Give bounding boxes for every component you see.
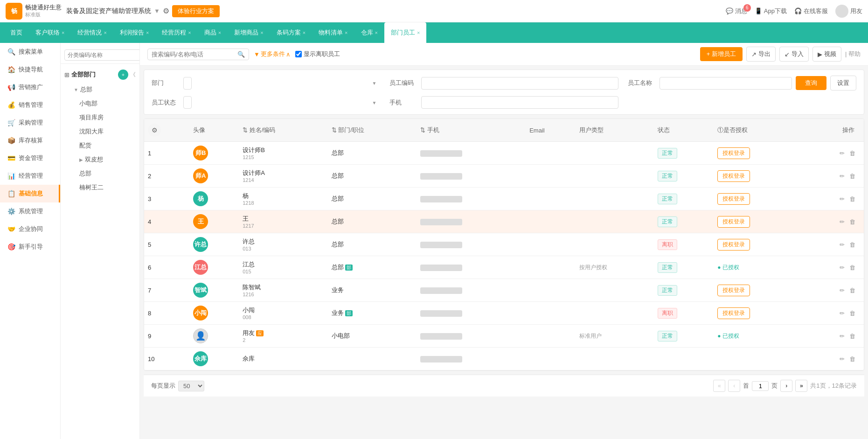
auth-button[interactable]: 授权登录: [717, 216, 750, 228]
auth-button[interactable]: 授权登录: [717, 193, 750, 205]
dept-node-xiangmu[interactable]: 项目库房: [61, 111, 139, 125]
nav-close-icon[interactable]: ×: [218, 30, 221, 35]
edit-icon[interactable]: ✏: [840, 150, 845, 157]
search-input[interactable]: [152, 51, 236, 58]
delete-icon[interactable]: 🗑: [849, 195, 855, 202]
more-filter-btn[interactable]: ▼ 更多条件 ∧: [254, 50, 291, 58]
show-resigned-checkbox[interactable]: [295, 51, 302, 57]
nav-close-icon[interactable]: ×: [303, 30, 306, 35]
dept-select[interactable]: [183, 77, 192, 90]
first-page-btn[interactable]: «: [713, 380, 725, 392]
delete-icon[interactable]: 🗑: [849, 310, 855, 317]
help-btn[interactable]: | 帮助: [845, 50, 861, 58]
sidebar-item-采购管理[interactable]: 🛒采购管理: [0, 114, 60, 132]
nav-item-新增商品[interactable]: 新增商品 ×: [228, 22, 270, 43]
emp-status-select[interactable]: [183, 96, 192, 109]
col-settings-btn[interactable]: ⚙: [148, 124, 161, 137]
nav-close-icon[interactable]: ×: [375, 30, 378, 35]
last-page-btn[interactable]: »: [795, 380, 807, 392]
app-download-btn[interactable]: 📱 App下载: [755, 7, 787, 15]
sidebar-item-资金管理[interactable]: 💳资金管理: [0, 149, 60, 167]
delete-icon[interactable]: 🗑: [849, 173, 855, 180]
phone-input[interactable]: [421, 96, 618, 109]
delete-icon[interactable]: 🗑: [849, 355, 855, 362]
dept-node-zongbu-parent[interactable]: ▼ 总部: [61, 83, 139, 97]
nav-close-icon[interactable]: ×: [417, 30, 420, 35]
dept-node-shuangpixiang[interactable]: ▶ 双皮想: [61, 153, 139, 167]
delete-icon[interactable]: 🗑: [849, 241, 855, 248]
nav-item-利润报告[interactable]: 利润报告 ×: [113, 22, 155, 43]
sidebar-item-企业协同[interactable]: 🤝企业协同: [0, 220, 60, 238]
sidebar-item-新手引导[interactable]: 🎯新手引导: [0, 238, 60, 256]
nav-close-icon[interactable]: ×: [62, 30, 64, 35]
nav-item-物料清单[interactable]: 物料清单 ×: [312, 22, 354, 43]
next-page-btn[interactable]: ›: [780, 380, 792, 392]
dept-collapse-btn[interactable]: 《: [130, 71, 136, 79]
dept-search-input[interactable]: [64, 49, 140, 61]
user-btn[interactable]: 用友: [835, 5, 862, 18]
col-phone[interactable]: ⇅ 手机: [417, 119, 526, 142]
delete-icon[interactable]: 🗑: [849, 218, 855, 225]
delete-icon[interactable]: 🗑: [849, 287, 855, 294]
dept-node-peihuo[interactable]: 配货: [61, 139, 139, 153]
nav-item-经营历程[interactable]: 经营历程 ×: [155, 22, 197, 43]
query-button[interactable]: 查询: [796, 76, 826, 90]
show-resigned-label[interactable]: 显示离职员工: [295, 50, 340, 58]
dept-add-icon[interactable]: +: [118, 70, 128, 80]
page-number-input[interactable]: [752, 381, 769, 391]
settings-icon[interactable]: ⚙: [163, 7, 169, 15]
nav-close-icon[interactable]: ×: [345, 30, 347, 35]
edit-icon[interactable]: ✏: [840, 264, 845, 271]
sidebar-item-系统管理[interactable]: ⚙️系统管理: [0, 202, 60, 220]
nav-item-商品[interactable]: 商品 ×: [198, 22, 228, 43]
message-btn[interactable]: 💬 消息 6: [726, 7, 747, 15]
delete-icon[interactable]: 🗑: [849, 264, 855, 271]
nav-close-icon[interactable]: ×: [188, 30, 191, 35]
all-dept-label[interactable]: 全部部门: [71, 70, 96, 79]
emp-code-input[interactable]: [421, 77, 618, 90]
add-employee-button[interactable]: + 新增员工: [700, 47, 743, 61]
sidebar-item-基础信息[interactable]: 📋基础信息: [0, 185, 60, 202]
delete-icon[interactable]: 🗑: [849, 333, 855, 340]
page-size-select[interactable]: 50 100 200: [178, 381, 204, 391]
nav-item-仓库[interactable]: 仓库 ×: [354, 22, 384, 43]
import-button[interactable]: ↙ 导入: [779, 47, 809, 62]
col-dept[interactable]: ⇅ 部门/职位: [328, 119, 417, 142]
edit-icon[interactable]: ✏: [840, 241, 845, 248]
edit-icon[interactable]: ✏: [840, 310, 845, 317]
dept-node-nanshuwang[interactable]: 楠树王二: [61, 181, 139, 195]
dept-node-shenyang[interactable]: 沈阳大库: [61, 125, 139, 139]
support-btn[interactable]: 🎧 在线客服: [794, 7, 828, 15]
auth-button[interactable]: 授权登录: [717, 147, 750, 159]
edit-icon[interactable]: ✏: [840, 218, 845, 225]
dept-node-xiaodianbu[interactable]: 小电部: [61, 97, 139, 111]
settings-button[interactable]: 设置: [830, 76, 856, 91]
video-button[interactable]: ▶ 视频: [812, 47, 841, 62]
emp-name-input[interactable]: [660, 77, 792, 90]
auth-button[interactable]: 授权登录: [717, 285, 750, 296]
edit-icon[interactable]: ✏: [840, 355, 845, 362]
nav-close-icon[interactable]: ×: [104, 30, 106, 35]
sidebar-item-销售管理[interactable]: 💰销售管理: [0, 96, 60, 114]
nav-close-icon[interactable]: ×: [260, 30, 263, 35]
sidebar-item-快捷导航[interactable]: 🏠快捷导航: [0, 61, 60, 78]
dropdown-icon[interactable]: ▼: [154, 7, 160, 14]
trial-button[interactable]: 体验行业方案: [172, 5, 220, 17]
edit-icon[interactable]: ✏: [840, 173, 845, 180]
nav-item-经营情况[interactable]: 经营情况 ×: [71, 22, 113, 43]
nav-item-客户联络[interactable]: 客户联络 ×: [29, 22, 71, 43]
nav-item-部门员工[interactable]: 部门员工 ×: [384, 22, 426, 43]
auth-button[interactable]: 授权登录: [717, 170, 750, 182]
export-button[interactable]: ↗ 导出: [746, 47, 776, 62]
col-name[interactable]: ⇅ 姓名/编码: [239, 119, 327, 142]
edit-icon[interactable]: ✏: [840, 287, 845, 294]
sidebar-item-库存核算[interactable]: 📦库存核算: [0, 132, 60, 149]
sidebar-item-经营管理[interactable]: 📊经营管理: [0, 167, 60, 185]
sidebar-item-营销推广[interactable]: 📢营销推广: [0, 78, 60, 96]
dept-node-zongbu-child[interactable]: 总部: [61, 167, 139, 181]
nav-item-首页[interactable]: 首页: [4, 22, 29, 43]
edit-icon[interactable]: ✏: [840, 333, 845, 340]
prev-page-btn[interactable]: ‹: [728, 380, 740, 392]
nav-close-icon[interactable]: ×: [146, 30, 149, 35]
auth-button[interactable]: 授权登录: [717, 239, 750, 251]
